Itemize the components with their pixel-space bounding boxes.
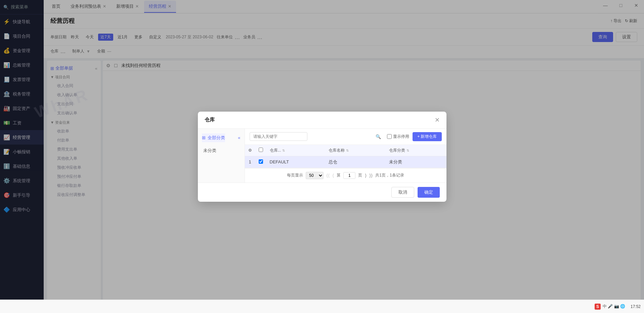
- dialog-close-button[interactable]: ✕: [435, 116, 440, 124]
- dialog-total-label: 共1页，1条记录: [375, 172, 404, 178]
- dialog-page-label: 页: [358, 172, 362, 178]
- select-all-checkbox-dialog[interactable]: [259, 148, 263, 152]
- dialog-footer: 取消 确定: [198, 183, 446, 202]
- dialog-first-page-button[interactable]: ⟨⟨: [326, 173, 330, 178]
- table-row[interactable]: 1 DEFAULT 总仓 未分类: [245, 156, 446, 168]
- row-gear: 1: [245, 156, 255, 168]
- dialog-next-page-button[interactable]: ⟩: [365, 173, 367, 178]
- close-button[interactable]: ✕: [629, 0, 644, 11]
- dialog-per-page-label: 每页显示: [287, 172, 303, 178]
- dialog-uncategorized[interactable]: 未分类: [198, 145, 245, 156]
- maximize-button[interactable]: □: [613, 0, 629, 11]
- taskbar-s-icon: S: [595, 304, 601, 310]
- dialog-pagination: 每页显示 102050100 ⟨⟨ ⟨ 算 页 ⟩ ⟩⟩ 共1页，1条记录: [245, 168, 446, 183]
- dialog-right-panel: 🔍 显示停用 + 新增仓库 ⚙: [245, 129, 446, 183]
- warehouse-dialog: 仓库 ✕ ⊞ 全部分类 « 未分类: [198, 112, 446, 202]
- sort-arrows-name: ⇅: [346, 149, 349, 152]
- dialog-per-page-select[interactable]: 102050100: [306, 172, 324, 179]
- dialog-overlay: 仓库 ✕ ⊞ 全部分类 « 未分类: [0, 0, 644, 313]
- dialog-confirm-button[interactable]: 确定: [418, 187, 440, 198]
- row-checkbox[interactable]: [259, 159, 263, 164]
- row-check[interactable]: [255, 156, 266, 168]
- dialog-prev-page-button[interactable]: ⟨: [332, 173, 334, 178]
- dialog-last-page-button[interactable]: ⟩⟩: [369, 173, 373, 178]
- dialog-cancel-button[interactable]: 取消: [391, 187, 414, 198]
- dialog-title: 仓库: [205, 117, 215, 123]
- taskbar: S 中 🎤 📷 🌐 17:52: [0, 300, 644, 313]
- col-header-warehouse-category[interactable]: 仓库分类 ⇅: [386, 145, 446, 156]
- row-warehouse-name: 总仓: [325, 156, 386, 168]
- col-header-gear[interactable]: ⚙: [245, 145, 255, 156]
- taskbar-icons: 中 🎤 📷 🌐: [603, 304, 625, 309]
- sort-arrows-code: ⇅: [282, 149, 285, 152]
- dialog-page-jump-label: 算: [337, 172, 341, 178]
- minimize-button[interactable]: —: [598, 0, 613, 11]
- show-disabled-checkbox[interactable]: [387, 134, 392, 139]
- dialog-search-input[interactable]: [250, 132, 307, 141]
- add-warehouse-button[interactable]: + 新增仓库: [413, 132, 441, 141]
- dialog-header: 仓库 ✕: [198, 112, 446, 129]
- row-gear-icon: 1: [249, 159, 251, 164]
- show-disabled-label[interactable]: 显示停用: [387, 134, 409, 140]
- gear-icon: ⚙: [248, 148, 252, 153]
- grid-icon-dialog: ⊞: [202, 135, 206, 140]
- dialog-toolbar: 🔍 显示停用 + 新增仓库: [245, 129, 446, 145]
- col-header-warehouse-code[interactable]: 仓库... ⇅: [266, 145, 326, 156]
- col-header-warehouse-name[interactable]: 仓库名称 ⇅: [325, 145, 386, 156]
- col-header-check[interactable]: [255, 145, 266, 156]
- row-warehouse-code: DEFAULT: [266, 156, 326, 168]
- dialog-left-panel: ⊞ 全部分类 « 未分类: [198, 129, 245, 183]
- search-icon: 🔍: [376, 134, 381, 139]
- dialog-body: ⊞ 全部分类 « 未分类 🔍: [198, 129, 446, 183]
- row-warehouse-category: 未分类: [386, 156, 446, 168]
- window-controls: — □ ✕: [598, 0, 644, 11]
- sort-arrows-category: ⇅: [406, 149, 409, 152]
- dialog-page-number-input[interactable]: [343, 172, 355, 179]
- dialog-table: ⚙ 仓库... ⇅ 仓库名称: [245, 145, 446, 168]
- dialog-left-collapse[interactable]: «: [238, 135, 240, 140]
- dialog-all-category[interactable]: ⊞ 全部分类: [202, 133, 225, 142]
- taskbar-time: 17:52: [631, 304, 641, 309]
